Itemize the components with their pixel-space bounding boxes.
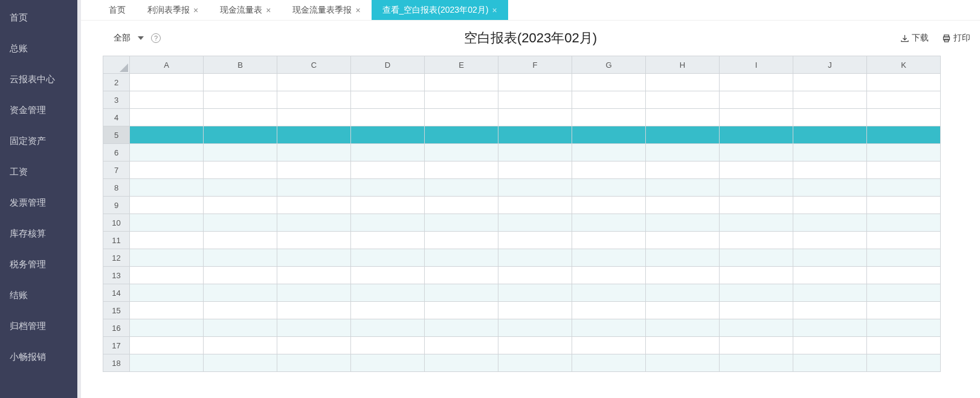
cell-D10[interactable] xyxy=(351,214,425,232)
cell-I16[interactable] xyxy=(720,319,793,337)
print-button[interactable]: 打印 xyxy=(942,33,970,44)
sidebar-item-3[interactable]: 资金管理 xyxy=(0,95,77,126)
cell-C12[interactable] xyxy=(277,249,351,267)
close-icon[interactable]: × xyxy=(266,5,271,15)
cell-E12[interactable] xyxy=(425,249,498,267)
column-header-F[interactable]: F xyxy=(498,56,572,74)
cell-J9[interactable] xyxy=(793,197,867,214)
cell-H9[interactable] xyxy=(646,197,720,214)
cell-H14[interactable] xyxy=(646,284,720,302)
cell-D5[interactable] xyxy=(351,126,425,144)
cell-E18[interactable] xyxy=(425,354,498,372)
row-header-18[interactable]: 18 xyxy=(103,354,130,372)
cell-J18[interactable] xyxy=(793,354,867,372)
cell-K15[interactable] xyxy=(867,302,941,319)
cell-E5[interactable] xyxy=(425,126,498,144)
cell-D4[interactable] xyxy=(351,109,425,126)
cell-D13[interactable] xyxy=(351,267,425,284)
cell-D15[interactable] xyxy=(351,302,425,319)
select-all-corner[interactable] xyxy=(103,56,130,74)
sidebar-item-1[interactable]: 总账 xyxy=(0,33,77,64)
sidebar-item-5[interactable]: 工资 xyxy=(0,157,77,188)
cell-A2[interactable] xyxy=(130,74,204,91)
cell-K18[interactable] xyxy=(867,354,941,372)
cell-D8[interactable] xyxy=(351,179,425,197)
cell-E8[interactable] xyxy=(425,179,498,197)
row-header-8[interactable]: 8 xyxy=(103,179,130,197)
cell-K7[interactable] xyxy=(867,161,941,179)
cell-K4[interactable] xyxy=(867,109,941,126)
tab-1[interactable]: 利润表季报× xyxy=(137,0,209,20)
cell-K11[interactable] xyxy=(867,232,941,249)
cell-I17[interactable] xyxy=(720,337,793,354)
sidebar-item-9[interactable]: 结账 xyxy=(0,280,77,311)
cell-C7[interactable] xyxy=(277,161,351,179)
cell-B2[interactable] xyxy=(204,74,277,91)
cell-F13[interactable] xyxy=(498,267,572,284)
cell-B9[interactable] xyxy=(204,197,277,214)
sidebar-item-10[interactable]: 归档管理 xyxy=(0,311,77,342)
column-header-J[interactable]: J xyxy=(793,56,867,74)
cell-I9[interactable] xyxy=(720,197,793,214)
cell-A6[interactable] xyxy=(130,144,204,161)
cell-A4[interactable] xyxy=(130,109,204,126)
cell-K9[interactable] xyxy=(867,197,941,214)
cell-I14[interactable] xyxy=(720,284,793,302)
row-header-17[interactable]: 17 xyxy=(103,337,130,354)
column-header-A[interactable]: A xyxy=(130,56,204,74)
column-header-K[interactable]: K xyxy=(867,56,941,74)
cell-G18[interactable] xyxy=(572,354,646,372)
row-header-7[interactable]: 7 xyxy=(103,161,130,179)
cell-C15[interactable] xyxy=(277,302,351,319)
cell-K13[interactable] xyxy=(867,267,941,284)
cell-G3[interactable] xyxy=(572,91,646,109)
cell-C11[interactable] xyxy=(277,232,351,249)
cell-F5[interactable] xyxy=(498,126,572,144)
column-header-D[interactable]: D xyxy=(351,56,425,74)
cell-B13[interactable] xyxy=(204,267,277,284)
cell-G12[interactable] xyxy=(572,249,646,267)
cell-H2[interactable] xyxy=(646,74,720,91)
column-header-C[interactable]: C xyxy=(277,56,351,74)
cell-G14[interactable] xyxy=(572,284,646,302)
cell-I8[interactable] xyxy=(720,179,793,197)
tab-3[interactable]: 现金流量表季报× xyxy=(282,0,371,20)
cell-F6[interactable] xyxy=(498,144,572,161)
cell-E17[interactable] xyxy=(425,337,498,354)
cell-J8[interactable] xyxy=(793,179,867,197)
cell-G4[interactable] xyxy=(572,109,646,126)
cell-C18[interactable] xyxy=(277,354,351,372)
cell-F7[interactable] xyxy=(498,161,572,179)
cell-F4[interactable] xyxy=(498,109,572,126)
cell-I4[interactable] xyxy=(720,109,793,126)
cell-B15[interactable] xyxy=(204,302,277,319)
cell-B18[interactable] xyxy=(204,354,277,372)
row-header-4[interactable]: 4 xyxy=(103,109,130,126)
cell-A15[interactable] xyxy=(130,302,204,319)
cell-J4[interactable] xyxy=(793,109,867,126)
cell-D6[interactable] xyxy=(351,144,425,161)
cell-J15[interactable] xyxy=(793,302,867,319)
cell-C14[interactable] xyxy=(277,284,351,302)
cell-B4[interactable] xyxy=(204,109,277,126)
cell-G8[interactable] xyxy=(572,179,646,197)
tab-2[interactable]: 现金流量表× xyxy=(209,0,282,20)
row-header-13[interactable]: 13 xyxy=(103,267,130,284)
cell-D3[interactable] xyxy=(351,91,425,109)
cell-A17[interactable] xyxy=(130,337,204,354)
cell-E15[interactable] xyxy=(425,302,498,319)
cell-H5[interactable] xyxy=(646,126,720,144)
cell-F15[interactable] xyxy=(498,302,572,319)
sidebar-item-0[interactable]: 首页 xyxy=(0,2,77,33)
cell-F10[interactable] xyxy=(498,214,572,232)
cell-F18[interactable] xyxy=(498,354,572,372)
cell-E11[interactable] xyxy=(425,232,498,249)
tab-4[interactable]: 查看_空白报表(2023年02月)× xyxy=(372,0,508,20)
cell-K5[interactable] xyxy=(867,126,941,144)
cell-A8[interactable] xyxy=(130,179,204,197)
cell-H7[interactable] xyxy=(646,161,720,179)
cell-H11[interactable] xyxy=(646,232,720,249)
cell-C13[interactable] xyxy=(277,267,351,284)
cell-C6[interactable] xyxy=(277,144,351,161)
cell-A12[interactable] xyxy=(130,249,204,267)
